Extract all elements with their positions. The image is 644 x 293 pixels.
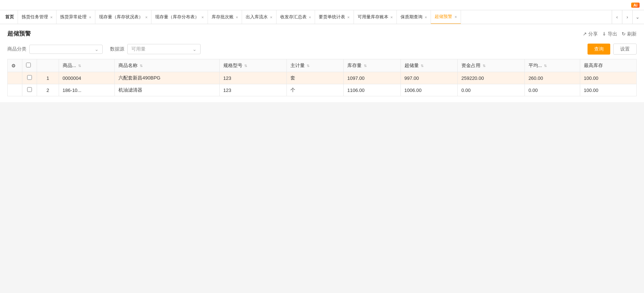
row-overstorage-1: 1006.00: [400, 84, 457, 96]
col-product-name[interactable]: 商品名称 ⇅: [115, 59, 219, 72]
row-capital-1: 0.00: [457, 84, 524, 96]
sort-icon-average: ⇅: [544, 64, 547, 68]
tab-xiancunliang-kuchangzt[interactable]: 现存量（库存状况表） ×: [95, 10, 151, 24]
row-inventory-0: 1097.00: [344, 72, 400, 84]
data-table: ⚙ 商品... ⇅ 商品名称 ⇅ 规格型号 ⇅: [7, 59, 637, 96]
share-button[interactable]: ↗ 分享: [583, 31, 598, 37]
tab-close-5[interactable]: ×: [236, 15, 238, 19]
tab-baozhiqi[interactable]: 保质期查询 ×: [397, 10, 431, 24]
filter-row: 商品分类 ⌄ 数据源 可用量 ⌄ 查询 设置: [7, 44, 637, 55]
nav-home[interactable]: 首页: [1, 10, 18, 24]
row-settings-1: [8, 84, 22, 96]
settings-icon: ⚙: [11, 63, 16, 68]
datasource-filter-group: 数据源 可用量 ⌄: [110, 44, 201, 54]
sort-icon-spec: ⇅: [244, 64, 247, 68]
row-spec-1: 123: [219, 84, 286, 96]
tab-shoufacun[interactable]: 收发存汇总表 ×: [277, 10, 315, 24]
col-check: [22, 59, 37, 72]
ai-badge: Ai: [631, 3, 640, 8]
row-productcode-0: 0000004: [59, 72, 115, 84]
tab-close-4[interactable]: ×: [201, 15, 204, 19]
sort-icon-productname: ⇅: [140, 64, 143, 68]
row-capital-0: 259220.00: [457, 72, 524, 84]
tab-churukuliushui[interactable]: 出入库流水 ×: [242, 10, 276, 24]
col-average[interactable]: 平均... ⇅: [524, 59, 580, 72]
export-button[interactable]: ⇓ 导出: [602, 31, 617, 37]
col-maxinventory[interactable]: 最高库存: [580, 59, 636, 72]
sort-icon-inventory: ⇅: [364, 64, 367, 68]
tab-close-3[interactable]: ×: [145, 15, 147, 19]
datasource-select-value: 可用量: [131, 46, 146, 52]
row-average-0: 260.00: [524, 72, 580, 84]
query-button[interactable]: 查询: [588, 44, 610, 55]
action-buttons: 查询 设置: [588, 44, 637, 55]
row-spec-0: 123: [219, 72, 286, 84]
row-inventory-1: 1106.00: [344, 84, 400, 96]
row-settings-0: [8, 72, 22, 84]
tab-yaohuo[interactable]: 要货单统计表 ×: [315, 10, 354, 24]
row-check-1[interactable]: [22, 84, 37, 96]
nav-next-button[interactable]: ›: [622, 10, 632, 24]
share-icon: ↗: [583, 31, 587, 37]
sort-icon-productcode: ⇅: [78, 64, 81, 68]
row-productname-0: 六配套新昌490BPG: [115, 72, 219, 84]
datasource-dropdown-icon: ⌄: [193, 47, 197, 52]
settings-button[interactable]: 设置: [613, 44, 637, 55]
datasource-label: 数据源: [110, 46, 124, 52]
col-rownum: [37, 59, 59, 72]
col-unit[interactable]: 主计量 ⇅: [286, 59, 343, 72]
refresh-button[interactable]: ↻ 刷新: [622, 31, 637, 37]
page-content: 超储预警 ↗ 分享 ⇓ 导出 ↻ 刷新 商品分类 ⌄ 数据源: [0, 24, 644, 102]
tab-chaochuyujing[interactable]: 超储预警 ×: [431, 10, 461, 24]
ai-button[interactable]: Ai: [631, 3, 640, 8]
nav-prev-button[interactable]: ‹: [612, 10, 622, 24]
tab-close-8[interactable]: ×: [347, 15, 350, 19]
top-bar: Ai: [0, 0, 644, 10]
row-unit-0: 套: [286, 72, 343, 84]
col-spec[interactable]: 规格型号 ⇅: [219, 59, 286, 72]
tab-jianhuorenwuguanli[interactable]: 拣货任务管理 ×: [18, 10, 56, 24]
row-maxinventory-0: 100.00: [580, 72, 636, 84]
tab-close-1[interactable]: ×: [50, 15, 52, 19]
page-title: 超储预警: [7, 30, 31, 38]
tab-close-9[interactable]: ×: [391, 15, 393, 19]
refresh-icon: ↻: [622, 31, 626, 37]
datasource-select[interactable]: 可用量 ⌄: [127, 44, 201, 54]
sort-icon-overstorage: ⇅: [421, 64, 424, 68]
tab-close-2[interactable]: ×: [89, 15, 91, 19]
header-actions: ↗ 分享 ⇓ 导出 ↻ 刷新: [583, 31, 637, 37]
category-dropdown-icon: ⌄: [95, 47, 99, 52]
row-checkbox-1[interactable]: [27, 87, 32, 92]
category-label: 商品分类: [7, 46, 26, 52]
tab-jianhuo-yichang[interactable]: 拣货异常处理 ×: [56, 10, 95, 24]
col-inventory[interactable]: 库存量 ⇅: [344, 59, 400, 72]
row-overstorage-0: 997.00: [400, 72, 457, 84]
row-check-0[interactable]: [22, 72, 37, 84]
row-unit-1: 个: [286, 84, 343, 96]
row-maxinventory-1: 100.00: [580, 84, 636, 96]
row-checkbox-0[interactable]: [27, 75, 32, 80]
table-header-row: ⚙ 商品... ⇅ 商品名称 ⇅ 规格型号 ⇅: [8, 59, 637, 72]
select-all-checkbox[interactable]: [26, 63, 31, 67]
col-settings[interactable]: ⚙: [8, 59, 22, 72]
export-icon: ⇓: [602, 31, 606, 37]
tab-keyongliang[interactable]: 可用量库存账本 ×: [354, 10, 397, 24]
tab-close-6[interactable]: ×: [270, 15, 272, 19]
page-header: 超储预警 ↗ 分享 ⇓ 导出 ↻ 刷新: [7, 30, 637, 38]
col-overstorage[interactable]: 超储量 ⇅: [400, 59, 457, 72]
row-num-1: 2: [37, 84, 59, 96]
sort-icon-unit: ⇅: [307, 64, 310, 68]
tab-kucunpicizh[interactable]: 库存批次账 ×: [208, 10, 242, 24]
col-product-code[interactable]: 商品... ⇅: [59, 59, 115, 72]
category-select[interactable]: ⌄: [29, 45, 103, 54]
tab-close-10[interactable]: ×: [425, 15, 427, 19]
category-filter-group: 商品分类 ⌄: [7, 45, 103, 54]
tab-xiancunliang-fenbiao[interactable]: 现存量（库存分布表） ×: [151, 10, 208, 24]
col-capital[interactable]: 资金占用 ⇅: [457, 59, 524, 72]
tab-close-7[interactable]: ×: [309, 15, 311, 19]
nav-menu-button[interactable]: ⌄: [632, 10, 643, 24]
tab-close-11[interactable]: ×: [454, 15, 457, 19]
row-productname-1: 机油滤清器: [115, 84, 219, 96]
table-body: 1 0000004 六配套新昌490BPG 123 套 1097.00 997.…: [8, 72, 637, 96]
row-num-0: 1: [37, 72, 59, 84]
